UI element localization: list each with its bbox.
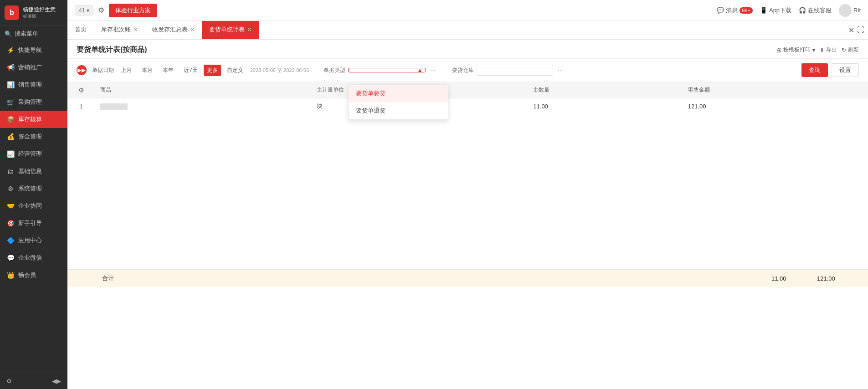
sidebar-item-label: 新手引导 [18,219,42,227]
tab-home[interactable]: 首页 [67,21,94,39]
user-avatar-item[interactable]: Rit [839,4,861,17]
header-left: 41 ▾ ⚙ 体验行业方案 [75,4,157,17]
system-icon: ⚙ [6,185,15,192]
sidebar-item-guide[interactable]: 🎯 新手引导 [0,215,67,232]
sidebar-item-wechat[interactable]: 💬 企业微信 [0,249,67,266]
sidebar-item-appstore[interactable]: 🔷 应用中心 [0,232,67,249]
sidebar-item-label: 采购管理 [18,98,42,106]
wechat-icon: 💬 [6,254,15,261]
this-month-btn[interactable]: 本月 [138,65,157,76]
more-dates-btn[interactable]: 更多 [204,65,221,76]
footer-quantity: 11.00 [771,275,817,282]
tab-close-icon[interactable]: ✕ [134,27,138,33]
product-name-blurred [100,103,128,110]
print-chevron-icon: ▾ [812,47,815,53]
dropdown-item-order-goods[interactable]: 要货单要货 [349,85,448,102]
table-row: 1 块 11.00 121.00 [67,98,868,114]
last-7-days-btn[interactable]: 近7天 [180,65,202,76]
warehouse-input[interactable] [477,65,553,76]
this-year-btn[interactable]: 本年 [159,65,178,76]
marketing-icon: 📢 [6,64,15,71]
avatar [839,4,852,17]
sidebar-item-label: 企业微信 [18,254,42,262]
app-download-item[interactable]: 📱 App下载 [760,6,791,15]
sidebar-bottom: ⚙ ◀▶ [0,373,67,389]
tab-close-all-icon[interactable]: ✕ [848,26,854,35]
filter-expand-button[interactable]: ▶▶ [77,65,87,75]
print-template-btn[interactable]: 🖨 按模板打印 ▾ [776,46,815,54]
refresh-label: 刷新 [848,46,859,54]
sidebar-item-label: 应用中心 [18,236,42,245]
messages-item[interactable]: 💬 消息 99+ [717,6,753,15]
warehouse-filter-group: 要货仓库 ··· [452,65,565,76]
search-icon: 🔍 [5,31,12,37]
type-filter-label: 单据类型 [324,67,345,74]
type-select-trigger[interactable]: ▲ [348,68,426,72]
app-name: 畅捷通好生意 [23,6,56,14]
header-settings-icon[interactable]: ⚙ [98,6,104,15]
row-no: 1 [67,98,95,114]
table-footer: 合计 11.00 121.00 [67,269,868,287]
app-sub: 标准版 [23,13,56,20]
date-filter-label: 单据日期 [92,67,114,74]
tab-receive-send-label: 收发存汇总表 [152,26,188,34]
custom-date-btn[interactable]: 自定义 [223,65,247,76]
page-actions: 🖨 按模板打印 ▾ ⬇ 导出 ↻ 刷新 [776,46,859,54]
tab-stock-batch-label: 库存批次账 [101,26,131,34]
sidebar-item-quick[interactable]: ⚡ 快捷导航 [0,41,67,59]
sidebar-item-system[interactable]: ⚙ 系统管理 [0,180,67,197]
tab-close-icon[interactable]: ✕ [247,27,252,33]
sidebar-item-label: 资金管理 [18,133,42,141]
tab-order-stats[interactable]: 要货单统计表 ✕ [202,21,259,39]
tab-close-icon[interactable]: ✕ [190,27,195,33]
sidebar-collapse-icon[interactable]: ◀▶ [52,378,61,384]
date-filter-group: 单据日期 上月 本月 本年 近7天 更多 自定义 2023-05-06 至 20… [92,65,309,76]
query-button[interactable]: 查询 [801,63,828,77]
top-header: 41 ▾ ⚙ 体验行业方案 💬 消息 99+ 📱 App下载 🎧 在线客服 [67,0,868,21]
tab-stock-batch[interactable]: 库存批次账 ✕ [94,21,145,39]
warehouse-more-btn[interactable]: ··· [556,66,565,75]
sidebar: b 畅捷通好生意 标准版 🔍 搜索菜单 ⚡ 快捷导航 📢 营销推广 📊 销售管理… [0,0,67,389]
sidebar-item-label: 基础信息 [18,167,42,175]
sidebar-nav: ⚡ 快捷导航 📢 营销推广 📊 销售管理 🛒 采购管理 📦 库存核算 💰 资金管… [0,41,67,373]
phone-icon: 📱 [760,7,767,14]
basic-icon: 🗂 [6,168,15,175]
tab-expand-icon[interactable]: ⛶ [857,26,864,34]
user-name: Rit [853,7,861,14]
sidebar-item-finance[interactable]: 💰 资金管理 [0,128,67,145]
content-inner: 要货单统计表(按商品) 🖨 按模板打印 ▾ ⬇ 导出 ↻ 刷新 [67,40,868,389]
type-more-btn[interactable]: ··· [428,66,437,75]
online-service-item[interactable]: 🎧 在线客服 [799,6,832,15]
sidebar-item-purchase[interactable]: 🛒 采购管理 [0,93,67,111]
trial-button[interactable]: 体验行业方案 [109,4,157,17]
sidebar-item-label: 营销推广 [18,63,42,72]
tab-receive-send[interactable]: 收发存汇总表 ✕ [145,21,202,39]
export-btn[interactable]: ⬇ 导出 [820,46,837,54]
table-wrapper: ⚙ 商品 主计量单位 主数量 零售金额 1 [67,82,868,114]
chevron-down-icon[interactable]: ▾ [87,7,89,14]
sidebar-item-label: 快捷导航 [18,46,42,54]
refresh-btn[interactable]: ↻ 刷新 [842,46,859,54]
chevron-up-icon: ▲ [417,67,422,73]
row-amount: 121.00 [683,98,868,114]
main-area: 41 ▾ ⚙ 体验行业方案 💬 消息 99+ 📱 App下载 🎧 在线客服 [67,0,868,389]
table-col-settings: ⚙ [67,82,95,98]
sidebar-item-business[interactable]: 📈 经营管理 [0,145,67,163]
dropdown-item-order-return[interactable]: 要货单退货 [349,102,448,119]
quick-icon: ⚡ [6,46,15,54]
filter-settings-button[interactable]: 设置 [832,63,859,77]
sidebar-item-basic[interactable]: 🗂 基础信息 [0,163,67,180]
sidebar-settings-icon[interactable]: ⚙ [6,378,12,384]
sidebar-item-sales[interactable]: 📊 销售管理 [0,76,67,93]
sidebar-item-enterprise[interactable]: 🤝 企业协同 [0,197,67,215]
type-select-container: ▲ 要货单要货 要货单退货 [348,68,426,72]
sidebar-item-inventory[interactable]: 📦 库存核算 [0,111,67,128]
prev-month-btn[interactable]: 上月 [117,65,136,76]
table-gear-icon[interactable]: ⚙ [78,87,84,94]
app-download-label: App下载 [769,6,791,15]
sidebar-item-marketing[interactable]: 📢 营销推广 [0,59,67,76]
sidebar-search[interactable]: 🔍 搜索菜单 [0,26,67,41]
page-title: 要货单统计表(按商品) [77,45,147,55]
purchase-icon: 🛒 [6,98,15,106]
sidebar-item-member[interactable]: 👑 畅会员 [0,266,67,284]
